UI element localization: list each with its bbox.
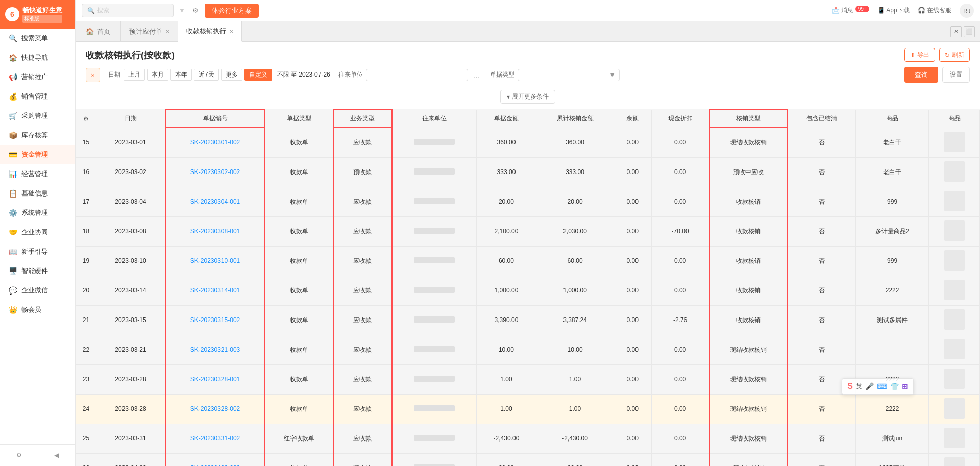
tab-prepay[interactable]: 预计应付单 ✕ xyxy=(121,21,178,41)
sidebar-item-enterprise[interactable]: 🤝 企业协同 xyxy=(0,223,75,242)
filter-doc-type-label: 单据类型 xyxy=(490,70,514,79)
filter-date-btns: 上月 本月 本年 近7天 更多 自定义 xyxy=(124,69,272,81)
online-service-label: 在线客服 xyxy=(927,7,951,14)
cell-discount: 0.00 xyxy=(651,394,709,424)
doc-no-link[interactable]: SK-20230331-002 xyxy=(190,435,240,442)
export-btn[interactable]: ⬆ 导出 xyxy=(904,48,935,62)
cell-partner xyxy=(392,424,477,453)
topbar-search[interactable]: 🔍 搜索 xyxy=(82,4,174,17)
filter-setting-btn[interactable]: 设置 xyxy=(942,67,970,83)
th-balance[interactable]: 余额 xyxy=(614,110,652,128)
doc-no-link[interactable]: SK-20230328-002 xyxy=(190,405,240,412)
topbar-gear-btn[interactable]: ⚙ xyxy=(190,5,201,16)
headset-icon: 🎧 xyxy=(918,7,925,14)
th-product[interactable]: 商品 xyxy=(855,110,928,128)
online-service-area[interactable]: 🎧 在线客服 xyxy=(918,6,951,15)
tab-home[interactable]: 🏠 首页 xyxy=(76,21,121,41)
th-amount[interactable]: 单据金额 xyxy=(476,110,536,128)
filter-last-month[interactable]: 上月 xyxy=(124,69,145,81)
sidebar-item-purchase[interactable]: 🛒 采购管理 xyxy=(0,106,75,126)
th-writeoff-type[interactable]: 核销类型 xyxy=(709,110,788,128)
app-download-area[interactable]: 📱 App下载 xyxy=(877,6,910,15)
notification-area[interactable]: 📩 消息 99+ xyxy=(832,6,869,15)
cell-product: 测试jun xyxy=(855,424,928,453)
cell-discount: -2.76 xyxy=(651,305,709,335)
cell-discount: 0.00 xyxy=(651,246,709,276)
doc-no-link[interactable]: SK-20230321-003 xyxy=(190,346,240,353)
filter-this-month[interactable]: 本月 xyxy=(147,69,168,81)
th-product2[interactable]: 商品 xyxy=(929,110,980,128)
sidebar-item-quicknav[interactable]: 🏠 快捷导航 xyxy=(0,48,75,67)
sidebar-icon-inventory: 📦 xyxy=(8,131,17,139)
sidebar-item-finance[interactable]: 💳 资金管理 xyxy=(0,145,75,164)
sidebar-item-search[interactable]: 🔍 搜索菜单 xyxy=(0,29,75,48)
filter-this-year[interactable]: 本年 xyxy=(170,69,192,81)
filter-more[interactable]: 更多 xyxy=(221,69,242,81)
doc-no-link[interactable]: SK-20230302-002 xyxy=(190,168,240,176)
table-scroll-area[interactable]: ⚙ 日期 单据编号 单据类型 业务类型 往来单位 单据金额 累计核销金额 余额 … xyxy=(76,109,980,466)
tab-prepay-close[interactable]: ✕ xyxy=(165,29,169,34)
tab-receipt[interactable]: 收款核销执行 ✕ xyxy=(178,21,242,42)
sidebar-settings-btn[interactable]: ⚙ xyxy=(11,449,27,462)
filter-partner-label: 往来单位 xyxy=(338,70,363,79)
user-avatar[interactable]: Rit xyxy=(960,4,974,18)
th-include-settled[interactable]: 包含已结清 xyxy=(788,110,855,128)
filter-custom[interactable]: 自定义 xyxy=(244,69,272,81)
page-title: 收款核销执行(按收款) xyxy=(86,49,175,61)
query-btn[interactable]: 查询 xyxy=(904,67,938,83)
topbar: 🔍 搜索 ▼ ⚙ 体验行业方案 📩 消息 99+ 📱 App下载 🎧 在线客服 … xyxy=(76,0,980,21)
cell-product: 999 xyxy=(855,246,928,276)
cell-writeoff-type: 收款核销 xyxy=(709,246,788,276)
sidebar-item-hardware[interactable]: 🖥️ 智能硬件 xyxy=(0,261,75,281)
filter-collapse-btn[interactable]: » xyxy=(86,68,100,82)
sidebar-item-member[interactable]: 👑 畅会员 xyxy=(0,300,75,320)
sidebar-item-operation[interactable]: 📊 经营管理 xyxy=(0,164,75,184)
doc-no-link[interactable]: SK-20230314-001 xyxy=(190,287,240,294)
sidebar-item-inventory[interactable]: 📦 库存核算 xyxy=(0,126,75,145)
sidebar-item-wechat[interactable]: 💬 企业微信 xyxy=(0,281,75,300)
filter-partner-input[interactable] xyxy=(366,69,468,81)
cell-writeoff: 10.00 xyxy=(536,335,614,364)
tab-maximize-btn[interactable]: ⬜ xyxy=(964,26,975,37)
cell-product: 老白干 xyxy=(855,157,928,187)
filter-doc-type-select[interactable] xyxy=(518,69,620,81)
sidebar-item-basic[interactable]: 📋 基础信息 xyxy=(0,184,75,203)
th-biz-type[interactable]: 业务类型 xyxy=(333,110,391,128)
sidebar-item-sales[interactable]: 💰 销售管理 xyxy=(0,87,75,106)
gear-icon[interactable]: ⚙ xyxy=(83,115,89,122)
sidebar-label-member: 畅会员 xyxy=(21,305,41,314)
doc-no-link[interactable]: SK-20230328-001 xyxy=(190,376,240,383)
cell-include-settled: 否 xyxy=(788,364,855,394)
cell-date: 2023-03-10 xyxy=(96,246,165,276)
th-writeoff[interactable]: 累计核销金额 xyxy=(536,110,614,128)
sidebar-item-guide[interactable]: 📖 新手引导 xyxy=(0,242,75,261)
cell-discount: 0.00 xyxy=(651,157,709,187)
cell-balance: 0.00 xyxy=(614,157,652,187)
phone-icon: 📱 xyxy=(877,7,885,14)
tab-close-btn[interactable]: ✕ xyxy=(950,26,962,37)
th-partner[interactable]: 往来单位 xyxy=(392,110,477,128)
doc-no-link[interactable]: SK-20230310-001 xyxy=(190,257,240,264)
doc-no-link[interactable]: SK-20230301-002 xyxy=(190,139,240,146)
th-date[interactable]: 日期 xyxy=(96,110,165,128)
solution-btn[interactable]: 体验行业方案 xyxy=(205,4,259,18)
sidebar-icon-wechat: 💬 xyxy=(8,286,17,295)
sidebar-label-search: 搜索菜单 xyxy=(21,34,48,43)
tab-receipt-close[interactable]: ✕ xyxy=(229,29,233,34)
filter-7days[interactable]: 近7天 xyxy=(194,69,219,81)
sidebar-item-system[interactable]: ⚙️ 系统管理 xyxy=(0,203,75,223)
cell-no: 15 xyxy=(76,128,96,157)
expand-conditions-btn[interactable]: ▾ 展开更多条件 xyxy=(500,90,555,104)
cell-date: 2023-03-14 xyxy=(96,276,165,305)
doc-no-link[interactable]: SK-20230315-002 xyxy=(190,316,240,324)
cell-writeoff-type: 现结收款核销 xyxy=(709,424,788,453)
th-discount[interactable]: 现金折扣 xyxy=(651,110,709,128)
th-doc-type[interactable]: 单据类型 xyxy=(265,110,333,128)
doc-no-link[interactable]: SK-20230304-001 xyxy=(190,198,240,205)
sidebar-item-marketing[interactable]: 📢 营销推广 xyxy=(0,67,75,87)
th-doc-no[interactable]: 单据编号 xyxy=(165,110,265,128)
sidebar-collapse-btn[interactable]: ◀ xyxy=(49,449,64,462)
doc-no-link[interactable]: SK-20230308-001 xyxy=(190,228,240,235)
refresh-btn[interactable]: ↻ 刷新 xyxy=(939,48,970,62)
cell-include-settled: 否 xyxy=(788,394,855,424)
